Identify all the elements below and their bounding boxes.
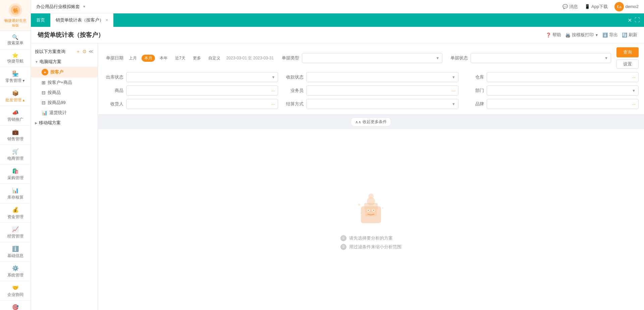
sidebar-item-purchase[interactable]: 🛍️ 采购管理 (0, 164, 31, 184)
sidebar-item-ecommerce[interactable]: 🛒 电商管理 (0, 145, 31, 164)
department-label: 部门 (464, 88, 484, 94)
tab-active[interactable]: 销货单统计表（按客户） × (50, 13, 113, 27)
filter-area: 单据日期 上月 本月 本年 近7天 更多 自定义 2023-03-01 至 20… (98, 43, 644, 115)
tab-close-button[interactable]: × (106, 18, 108, 22)
date-shortcut-last-7-days[interactable]: 近7天 (172, 55, 188, 62)
svg-point-12 (368, 210, 369, 211)
add-scheme-icon[interactable]: ＋ (76, 49, 80, 55)
date-shortcut-last-month[interactable]: 上月 (126, 55, 140, 62)
settings-button[interactable]: 设置 (616, 59, 639, 69)
tab-expand-button[interactable]: ⛶ (635, 17, 640, 23)
sidebar-item-basic[interactable]: ℹ️ 基础信息 (0, 242, 31, 262)
avatar: Ea (614, 2, 624, 11)
sidebar-item-inventory[interactable]: 📊 库存核算 (0, 184, 31, 203)
print-icon: 🖨️ (565, 33, 571, 38)
tree-child-by-product[interactable]: ⊟ 按商品 (31, 88, 98, 98)
sidebar-item-enterprise[interactable]: 🤝 企业协同 (0, 281, 31, 301)
payment-status-input[interactable]: ▼ (306, 72, 458, 82)
refresh-button[interactable]: 🔄 刷新 (622, 32, 637, 38)
salesperson-input[interactable]: ··· (306, 86, 458, 96)
date-shortcut-more[interactable]: 更多 (190, 55, 204, 62)
sidebar-item-sales[interactable]: 💼 销售管理 (0, 125, 31, 145)
tree-mobile-parent[interactable]: ▶ 移动端方案 (31, 118, 98, 128)
tree-child-label: 按商品 (48, 90, 61, 96)
ecommerce-icon: 🛒 (12, 148, 19, 155)
sidebar-item-search[interactable]: 🔍 搜索菜单 (0, 31, 31, 50)
order-status-input[interactable]: ▼ (471, 53, 611, 63)
right-panel: 单据日期 上月 本月 本年 近7天 更多 自定义 2023-03-01 至 20… (98, 43, 644, 310)
order-type-input[interactable]: ▼ (302, 53, 442, 63)
date-shortcut-this-year[interactable]: 本年 (157, 55, 170, 62)
tip-num-2: ② (340, 244, 346, 250)
chevron-down-icon: ▼ (22, 79, 25, 83)
download-icon: 📱 (585, 4, 590, 9)
active-tab-label: 销货单统计表（按客户） (56, 17, 104, 23)
salesperson-more-icon: ··· (452, 88, 455, 93)
tab-close-all-button[interactable]: ✕ (628, 17, 632, 23)
date-range-text: 2023-03-01 至 2023-03-31 (226, 55, 274, 61)
tree-desktop: ▼ 电脑端方案 ● 按客户 ⊞ 按客户+商品 ⊟ (31, 57, 98, 118)
tip-num-1: ① (340, 235, 346, 241)
date-shortcut-this-month[interactable]: 本月 (142, 55, 155, 62)
message-button[interactable]: 💬 消息 (562, 4, 578, 10)
svg-text:畅: 畅 (13, 8, 18, 13)
left-panel: 按以下方案查询 ＋ ⊙ ≪ ▼ 电脑端方案 (31, 43, 98, 310)
tree-desktop-parent[interactable]: ▼ 电脑端方案 (31, 57, 98, 67)
empty-tip-2: ② 用过滤条件来缩小分析范围 (340, 244, 401, 250)
system-icon: ⚙️ (12, 265, 19, 271)
consignee-input[interactable]: ··· (126, 99, 278, 109)
export-button[interactable]: ⬇️ 导出 (602, 32, 618, 38)
logo-sublabel: 标版 (12, 23, 19, 28)
sidebar-item-retail[interactable]: 🏪 零售管理 ▼ (0, 67, 31, 87)
sidebar-item-wholesale[interactable]: 📦 批发管理 ▲ (0, 87, 31, 106)
consignee-more-icon: ··· (271, 102, 275, 107)
svg-point-8 (368, 194, 374, 199)
tree-collapse-icon: ▶ (35, 121, 38, 125)
sidebar-item-quick-nav[interactable]: ⭐ 快捷导航 (0, 50, 31, 67)
collapse-button[interactable]: ∧∧ 收起更多条件 (351, 117, 391, 126)
query-button[interactable]: 查询 (616, 47, 639, 57)
sidebar-logo[interactable]: 畅 畅捷通好生意 标版 (0, 0, 31, 31)
sidebar-item-marketing[interactable]: 📣 营销推广 (0, 106, 31, 125)
date-shortcut-custom[interactable]: 自定义 (206, 55, 223, 62)
svg-point-14 (358, 204, 360, 206)
payment-status-label: 收款状态 (283, 74, 304, 80)
header-dropdown-icon[interactable]: ▼ (83, 5, 86, 8)
department-input[interactable]: ▼ (487, 86, 639, 96)
product-input[interactable]: ··· (126, 86, 278, 96)
svg-point-13 (373, 210, 374, 211)
tab-controls: ✕ ⛶ (628, 17, 644, 23)
sidebar-item-operations[interactable]: 📈 经营管理 (0, 223, 31, 242)
tree-child-return-stats[interactable]: 📊 退货统计 (31, 108, 98, 118)
salesperson-label: 业务员 (283, 88, 304, 94)
tree-child-by-customer-product[interactable]: ⊞ 按客户+商品 (31, 78, 98, 88)
sidebar-item-system[interactable]: ⚙️ 系统管理 (0, 262, 31, 281)
basic-icon: ℹ️ (12, 246, 19, 252)
sidebar-item-newbie[interactable]: 🎯 新手引导 (0, 301, 31, 310)
warehouse-input[interactable]: ··· (487, 72, 639, 82)
tab-home[interactable]: 首页 (31, 13, 50, 27)
user-profile[interactable]: Ea demo2 (614, 2, 639, 11)
filter-actions: 查询 设置 (616, 47, 639, 69)
edit-scheme-icon[interactable]: ⊙ (83, 49, 87, 55)
table2-icon: ⊟ (42, 100, 46, 105)
app-download-button[interactable]: 📱 App下载 (585, 4, 608, 10)
payment-dropdown-icon: ▼ (452, 75, 455, 79)
panel-header-icons: ＋ ⊙ ≪ (76, 49, 94, 55)
warehouse-label: 仓库 (464, 74, 484, 80)
brand-input[interactable]: ··· (487, 99, 639, 109)
chart-icon: 📊 (42, 110, 47, 115)
ship-status-input[interactable]: ▼ (126, 72, 278, 82)
tree-mobile: ▶ 移动端方案 (31, 118, 98, 128)
print-template-button[interactable]: 🖨️ 按模板打印 ▼ (565, 32, 598, 38)
help-button[interactable]: ❓ 帮助 (546, 32, 561, 38)
collapse-panel-icon[interactable]: ≪ (89, 49, 94, 55)
brand-label: 品牌 (464, 101, 484, 107)
tree-child-by-product99[interactable]: ⊟ 按商品99 (31, 98, 98, 108)
settlement-input[interactable]: ▼ (306, 99, 458, 109)
svg-point-15 (382, 207, 383, 209)
sidebar-item-finance[interactable]: 💰 资金管理 (0, 203, 31, 223)
tree-child-label: 按客户 (50, 69, 63, 75)
header-left: 办公用品行业模拟账套 ▼ (36, 4, 86, 10)
tree-child-by-customer[interactable]: ● 按客户 (31, 67, 98, 78)
